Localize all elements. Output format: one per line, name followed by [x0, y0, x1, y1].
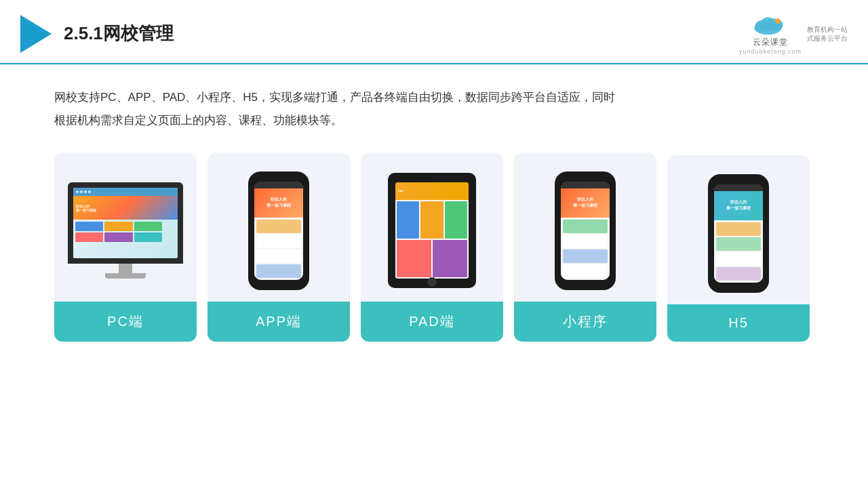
- header: 2.5.1网校管理 云朵课堂 yunduoketang.com 教育机构: [0, 0, 868, 64]
- miniprogram-phone-mockup: 职达人的第一堂习课程: [555, 171, 616, 290]
- header-right: 云朵课堂 yunduoketang.com 教育机构一站式服务云平台: [739, 12, 848, 55]
- card-app: 职达人的第一堂习课程 APP端: [208, 152, 350, 342]
- card-pc-image: 职达人的第一堂习课程: [54, 152, 197, 302]
- play-icon: [20, 15, 52, 53]
- svg-point-3: [761, 17, 774, 28]
- phone-notch-3: [728, 180, 749, 184]
- pc-mockup: 职达人的第一堂习课程: [68, 182, 183, 279]
- card-h5-image: 职达人的第一堂习课程: [667, 155, 810, 304]
- card-pc: 职达人的第一堂习课程 PC端: [54, 152, 197, 342]
- description-text: 网校支持PC、APP、PAD、小程序、H5，实现多端打通，产品各终端自由切换，数…: [0, 64, 644, 146]
- cards-container: 职达人的第一堂习课程 PC端: [0, 146, 868, 355]
- monitor-screen: 职达人的第一堂习课程: [73, 188, 178, 258]
- phone-notch-2: [575, 177, 595, 181]
- h5-phone-screen: 职达人的第一堂习课程: [714, 184, 763, 283]
- brand-tagline: 教育机构一站式服务云平台: [807, 25, 848, 43]
- monitor-frame: 职达人的第一堂习课程: [68, 182, 183, 264]
- header-left: 2.5.1网校管理: [20, 15, 174, 53]
- card-h5: 职达人的第一堂习课程 H5: [667, 155, 810, 342]
- app-phone-screen: 职达人的第一堂习课程: [254, 182, 303, 280]
- card-h5-label: H5: [667, 304, 810, 342]
- phone-notch: [269, 177, 289, 181]
- card-pad-label: PAD端: [361, 302, 503, 342]
- card-pad-image: PAD: [361, 152, 503, 302]
- card-pc-label: PC端: [54, 302, 197, 342]
- card-miniprogram-label: 小程序: [514, 302, 656, 342]
- cloud-icon: [750, 12, 791, 37]
- miniprogram-phone-screen: 职达人的第一堂习课程: [561, 182, 610, 280]
- app-phone-mockup: 职达人的第一堂习课程: [248, 171, 309, 290]
- card-app-label: APP端: [208, 302, 350, 342]
- brand-url: yunduoketang.com: [739, 48, 802, 55]
- card-miniprogram-image: 职达人的第一堂习课程: [514, 152, 656, 302]
- page-title: 2.5.1网校管理: [64, 22, 174, 45]
- card-pad: PAD PAD端: [361, 152, 503, 342]
- tablet-screen: PAD: [395, 182, 469, 279]
- card-app-image: 职达人的第一堂习课程: [208, 152, 350, 302]
- h5-phone-mockup: 职达人的第一堂习课程: [708, 174, 769, 293]
- tablet-mockup: PAD: [388, 173, 476, 288]
- card-miniprogram: 职达人的第一堂习课程 小程序: [514, 152, 656, 342]
- brand-name: 云朵课堂: [753, 37, 788, 48]
- brand-logo: 云朵课堂 yunduoketang.com: [739, 12, 802, 55]
- tablet-home-btn: [427, 277, 437, 287]
